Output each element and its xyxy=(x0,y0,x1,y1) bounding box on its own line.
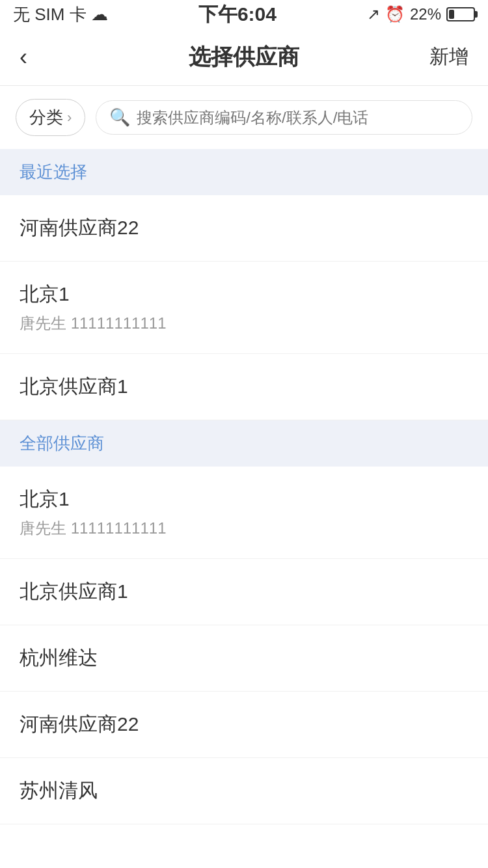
list-item[interactable]: 苏州清风 xyxy=(0,758,488,824)
recent-section-header: 最近选择 xyxy=(0,149,488,195)
nav-bar: ‹ 选择供应商 新增 xyxy=(0,29,488,86)
location-icon: ↗ xyxy=(367,5,380,23)
list-item[interactable]: 北京1唐先生 11111111111 xyxy=(0,467,488,559)
list-item[interactable]: 河南供应商22 xyxy=(0,692,488,758)
list-item[interactable]: 河南供应商22 xyxy=(0,195,488,262)
alarm-icon: ⏰ xyxy=(385,5,405,23)
list-item[interactable]: 杭州维达 xyxy=(0,625,488,692)
sim-status: 无 SIM 卡 ☁ xyxy=(13,3,108,26)
status-bar: 无 SIM 卡 ☁ 下午6:04 ↗ ⏰ 22% xyxy=(0,0,488,29)
category-label: 分类 xyxy=(29,106,63,129)
page-title: 选择供应商 xyxy=(189,42,299,72)
recent-items-list: 河南供应商22北京1唐先生 11111111111北京供应商1 xyxy=(0,195,488,420)
item-name: 北京供应商1 xyxy=(20,578,468,605)
chevron-right-icon: › xyxy=(67,109,72,126)
filter-bar: 分类 › 🔍 xyxy=(0,86,488,149)
item-name: 河南供应商22 xyxy=(20,215,468,241)
all-section-title: 全部供应商 xyxy=(20,433,104,453)
add-button[interactable]: 新增 xyxy=(429,44,468,70)
battery-icon xyxy=(446,7,475,21)
all-items-list: 北京1唐先生 11111111111北京供应商1杭州维达河南供应商22苏州清风 xyxy=(0,467,488,824)
status-left: 无 SIM 卡 ☁ xyxy=(13,3,108,26)
category-filter-button[interactable]: 分类 › xyxy=(16,99,85,136)
all-section-header: 全部供应商 xyxy=(0,420,488,467)
search-box[interactable]: 🔍 xyxy=(96,100,472,135)
search-input[interactable] xyxy=(137,109,459,127)
list-item[interactable]: 北京供应商1 xyxy=(0,559,488,625)
item-name: 北京供应商1 xyxy=(20,373,468,400)
recent-section-title: 最近选择 xyxy=(20,162,87,182)
status-time: 下午6:04 xyxy=(198,1,277,28)
list-item[interactable]: 北京供应商1 xyxy=(0,354,488,420)
item-name: 北京1 xyxy=(20,281,468,308)
item-sub: 唐先生 11111111111 xyxy=(20,313,468,334)
item-name: 苏州清风 xyxy=(20,778,468,804)
item-name: 河南供应商22 xyxy=(20,711,468,738)
item-sub: 唐先生 11111111111 xyxy=(20,518,468,539)
search-icon: 🔍 xyxy=(109,107,130,128)
status-right: ↗ ⏰ 22% xyxy=(367,5,475,23)
item-name: 北京1 xyxy=(20,486,468,513)
back-button[interactable]: ‹ xyxy=(20,44,59,71)
list-item[interactable]: 北京1唐先生 11111111111 xyxy=(0,262,488,354)
battery-percent: 22% xyxy=(410,5,441,23)
item-name: 杭州维达 xyxy=(20,645,468,671)
